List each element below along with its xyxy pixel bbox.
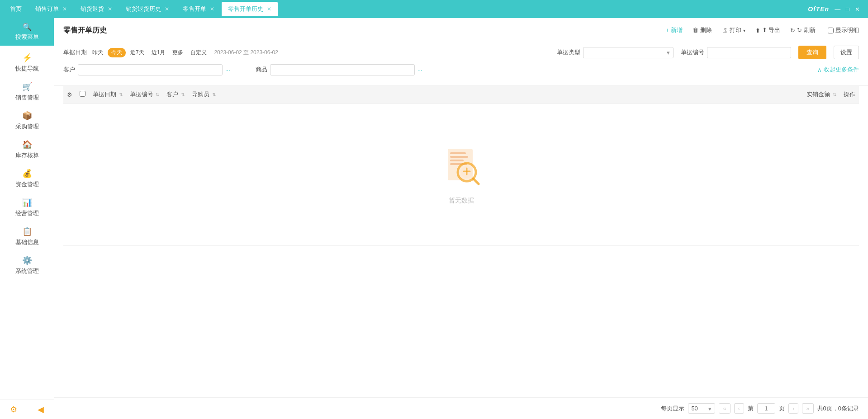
- select-all-checkbox[interactable]: [80, 91, 85, 97]
- custom-shortcut[interactable]: 自定义: [188, 48, 209, 57]
- column-settings-icon[interactable]: ⚙: [67, 91, 72, 98]
- customer-ellipsis-btn[interactable]: ···: [225, 66, 230, 73]
- settings-bottom-btn[interactable]: ⚙: [10, 405, 17, 414]
- prev-page-btn[interactable]: ‹: [734, 403, 744, 414]
- today-shortcut[interactable]: 今天: [108, 48, 126, 57]
- sidebar-item-inventory[interactable]: 🏠 库存核算: [0, 135, 54, 164]
- sidebar-item-sales[interactable]: 🛒 销售管理: [0, 77, 54, 106]
- collapse-icon: ∧: [817, 66, 822, 73]
- collapse-filters-btn[interactable]: ∧ 收起更多条件: [817, 64, 859, 75]
- next-page-btn[interactable]: ›: [788, 403, 798, 414]
- sidebar-item-purchase[interactable]: 📦 采购管理: [0, 106, 54, 135]
- th-customer[interactable]: 客户 ⇅: [163, 86, 188, 104]
- current-page-input[interactable]: [757, 403, 775, 414]
- purchase-icon: 📦: [22, 111, 32, 121]
- sidebar-item-operations[interactable]: 📊 经营管理: [0, 193, 54, 222]
- svg-line-7: [473, 179, 479, 184]
- empty-state-cell: 暂无数据: [63, 104, 859, 246]
- search-icon: 🔍: [23, 23, 32, 31]
- doc-no-input[interactable]: [707, 47, 791, 58]
- content-area: 零售开单历史 + 新增 🗑 删除 🖨 打印 ▾ ⬆ ⬆ 导出 ↻ ↻ 刷新: [54, 18, 868, 419]
- sidebar-item-system[interactable]: ⚙️ 系统管理: [0, 251, 54, 280]
- tab-retail-open-label: 零售开单: [183, 5, 206, 13]
- sidebar-inventory-label: 库存核算: [15, 151, 39, 160]
- goods-input[interactable]: [270, 64, 415, 75]
- filter-doc-no: 单据编号: [681, 47, 791, 58]
- main-layout: 🔍 搜索菜单 ⚡ 快捷导航 🛒 销售管理 📦 采购管理 🏠 库存核算 💰: [0, 18, 868, 419]
- last7-shortcut[interactable]: 近7天: [128, 48, 147, 57]
- sidebar-item-basic-info[interactable]: 📋 基础信息: [0, 222, 54, 251]
- svg-rect-3: [450, 160, 464, 161]
- customer-label: 客户: [63, 66, 75, 74]
- export-icon: ⬆: [755, 27, 760, 34]
- delete-button[interactable]: 🗑 删除: [690, 24, 715, 36]
- tab-retail-open-close[interactable]: ✕: [210, 6, 214, 12]
- query-button[interactable]: 查询: [798, 46, 826, 59]
- th-action: 操作: [840, 86, 859, 104]
- sidebar-item-quick-nav[interactable]: ⚡ 快捷导航: [0, 48, 54, 77]
- display-detail-input[interactable]: [828, 28, 834, 33]
- tab-sales-order[interactable]: 销售订单 ✕: [29, 2, 73, 16]
- th-amount[interactable]: 实销金额 ⇅: [803, 86, 840, 104]
- tab-sales-return-history[interactable]: 销货退货历史 ✕: [119, 2, 175, 16]
- refresh-button[interactable]: ↻ ↻ 刷新: [787, 24, 818, 36]
- tab-sales-order-label: 销售订单: [35, 5, 59, 13]
- goods-ellipsis-btn[interactable]: ···: [417, 66, 422, 73]
- page-size-select[interactable]: 10 20 50 100: [688, 403, 715, 414]
- doc-type-select[interactable]: [583, 47, 674, 58]
- svg-rect-1: [450, 152, 466, 154]
- print-button[interactable]: 🖨 打印 ▾: [719, 24, 748, 36]
- collapse-sidebar-btn[interactable]: ◀: [38, 405, 44, 414]
- th-date[interactable]: 单据日期 ⇅: [89, 86, 126, 104]
- export-button[interactable]: ⬆ ⬆ 导出: [753, 24, 783, 36]
- last1month-shortcut[interactable]: 近1月: [149, 48, 168, 57]
- tab-sales-return-history-label: 销货退货历史: [126, 5, 161, 13]
- last-page-btn[interactable]: »: [802, 403, 813, 414]
- th-no[interactable]: 单据编号 ⇅: [126, 86, 163, 104]
- svg-rect-2: [450, 156, 468, 158]
- sidebar-items: ⚡ 快捷导航 🛒 销售管理 📦 采购管理 🏠 库存核算 💰 资金管理 📊: [0, 46, 54, 400]
- tab-retail-open[interactable]: 零售开单 ✕: [176, 2, 221, 16]
- th-date-label: 单据日期: [93, 91, 116, 98]
- sidebar-search[interactable]: 🔍 搜索菜单: [0, 18, 54, 46]
- th-spacer: [219, 86, 803, 104]
- tab-retail-open-history-close[interactable]: ✕: [267, 6, 271, 12]
- customer-input[interactable]: [78, 64, 223, 75]
- th-guide[interactable]: 导购员 ⇅: [188, 86, 219, 104]
- sidebar-search-label: 搜索菜单: [15, 33, 39, 41]
- pagination: 每页显示 10 20 50 100 « ‹ 第 页 › » 共0页，0条记录: [54, 397, 868, 419]
- first-page-btn[interactable]: «: [719, 403, 730, 414]
- table-header: ⚙ 单据日期 ⇅ 单据编号 ⇅: [63, 86, 859, 104]
- th-checkbox[interactable]: [76, 86, 89, 104]
- th-amount-sort-icon: ⇅: [833, 92, 836, 97]
- display-detail-checkbox[interactable]: 显示明细: [828, 26, 859, 34]
- th-guide-label: 导购员: [192, 91, 209, 98]
- yesterday-shortcut[interactable]: 昨天: [90, 48, 106, 57]
- toolbar: + 新增 🗑 删除 🖨 打印 ▾ ⬆ ⬆ 导出 ↻ ↻ 刷新: [663, 24, 859, 36]
- empty-text: 暂无数据: [449, 197, 474, 205]
- add-button[interactable]: + 新增: [663, 24, 685, 36]
- th-settings[interactable]: ⚙: [63, 86, 76, 104]
- tab-retail-open-history[interactable]: 零售开单历史 ✕: [222, 2, 278, 16]
- page-title: 零售开单历史: [63, 26, 107, 35]
- maximize-btn[interactable]: □: [846, 6, 849, 13]
- tab-home[interactable]: 首页: [4, 2, 28, 16]
- close-btn-window[interactable]: ✕: [855, 6, 860, 13]
- minimize-btn[interactable]: —: [835, 6, 840, 13]
- settings-button[interactable]: 设置: [834, 46, 859, 59]
- tab-sales-return-history-close[interactable]: ✕: [165, 6, 169, 12]
- tab-sales-order-close[interactable]: ✕: [62, 6, 67, 12]
- filter-customer: 客户 ···: [63, 64, 230, 75]
- tab-sales-return-label: 销货退货: [81, 5, 104, 13]
- more-shortcut[interactable]: 更多: [170, 48, 186, 57]
- quick-nav-icon: ⚡: [22, 53, 32, 63]
- table-body: 暂无数据: [63, 104, 859, 246]
- tab-home-label: 首页: [10, 5, 22, 13]
- top-nav-bar: 首页 销售订单 ✕ 销货退货 ✕ 销货退货历史 ✕ 零售开单 ✕ 零售开单历史 …: [0, 0, 868, 18]
- filter-date: 单据日期 昨天 今天 近7天 近1月 更多 自定义 2023-06-02 至 2…: [63, 48, 278, 57]
- filter-area: 单据日期 昨天 今天 近7天 近1月 更多 自定义 2023-06-02 至 2…: [54, 40, 868, 86]
- sidebar-item-finance[interactable]: 💰 资金管理: [0, 164, 54, 193]
- tab-sales-return[interactable]: 销货退货 ✕: [74, 2, 119, 16]
- tab-sales-return-close[interactable]: ✕: [108, 6, 112, 12]
- basic-info-icon: 📋: [22, 226, 32, 236]
